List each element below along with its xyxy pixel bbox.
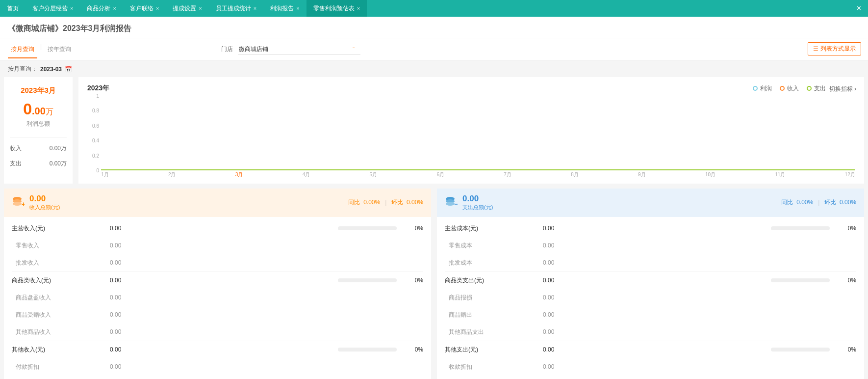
data-row-main: 其他收入(元)0.000% [12,341,423,358]
svg-point-2 [13,202,22,206]
row-percent: 0% [404,225,423,232]
data-row-sub: 其他商品收入0.00 [12,324,423,341]
row-label: 付款折扣 [12,363,110,371]
chart-legend: 利润收入支出 [753,84,826,93]
svg-text:−: − [454,200,458,208]
legend-label: 收入 [787,84,799,93]
top-tab[interactable]: 客户联络× [123,0,166,17]
y-tick: 1 [96,93,99,99]
x-tick: 3月 [235,171,243,179]
close-icon[interactable]: × [113,5,116,11]
data-row-sub: 商品赠出0.00 [445,306,856,324]
top-tab[interactable]: 商品分析× [80,0,123,17]
income-icon: + [12,195,25,211]
summary-expense-row: 支出 0.00万 [10,160,67,168]
row-value: 0.00 [110,242,169,249]
calendar-icon[interactable]: 📅 [65,66,72,73]
toggle-metric-link[interactable]: 切换指标 › [829,85,856,93]
tab-month-query[interactable]: 按月查询 [8,43,37,55]
summary-expense-label: 支出 [10,160,22,168]
legend-dot-icon [753,86,758,91]
top-tab[interactable]: 员工提成统计× [209,0,263,17]
top-tab[interactable]: 零售利润预估表× [306,0,367,17]
list-view-label: 列表方式显示 [820,45,856,53]
summary-expense-value: 0.00万 [50,160,67,168]
row-value: 0.00 [110,294,169,301]
top-tab[interactable]: 首页 [0,0,26,17]
chart-zero-line [101,169,855,170]
separator: | [40,43,42,55]
summary-month: 2023年3月 [10,86,67,95]
expense-amount-sub: 支出总额(元) [462,204,493,211]
chart-title: 2023年 [87,84,109,93]
close-icon[interactable]: × [199,5,202,11]
x-tick: 11月 [775,171,785,179]
legend-item[interactable]: 收入 [780,84,799,93]
data-row-sub: 付款折扣0.00 [12,358,423,376]
row-value: 0.00 [543,259,602,266]
row-value: 0.00 [543,363,602,370]
chevron-down-icon[interactable]: ˇ [353,47,355,53]
chart-body: 10.80.60.40.20 1月2月3月4月5月6月7月8月9月10月11月1… [87,96,855,179]
close-icon[interactable]: × [70,5,73,11]
filter-label: 按月查询： [8,65,37,73]
row-value: 0.00 [543,311,602,318]
row-label: 商品类收入(元) [12,276,110,285]
close-all-icon[interactable]: × [853,0,865,17]
row-percent: 0% [837,277,856,284]
tab-year-query[interactable]: 按年查询 [45,43,74,55]
list-view-button[interactable]: ☰ 列表方式显示 [808,42,861,55]
top-tab[interactable]: 提成设置× [166,0,208,17]
row-label: 批发成本 [445,259,543,267]
store-select[interactable]: 门店 ˇ [221,44,355,55]
row-value: 0.00 [110,277,169,284]
row-label: 其他支出(元) [445,346,543,354]
expense-amount: 0.00 [462,194,493,204]
row-value: 0.00 [543,225,602,232]
row-value: 0.00 [110,346,169,353]
legend-item[interactable]: 支出 [807,84,826,93]
data-row-main: 主营收入(元)0.000% [12,220,423,237]
x-tick: 12月 [845,171,855,179]
row-label: 批发收入 [12,259,110,267]
store-input[interactable] [238,44,360,55]
row-percent: 0% [837,346,856,353]
close-icon[interactable]: × [254,5,256,11]
list-icon: ☰ [813,46,818,53]
svg-text:+: + [22,200,25,208]
legend-dot-icon [807,86,812,91]
row-label: 商品受赠收入 [12,311,110,319]
close-icon[interactable]: × [296,5,299,11]
row-value: 0.00 [543,294,602,301]
income-mom: 环比 0.00% [391,198,423,207]
data-row-sub: 批发成本0.00 [445,254,856,271]
progress-bar [338,226,397,230]
data-row-sub: 商品报损0.00 [445,289,856,306]
close-icon[interactable]: × [357,5,360,11]
page-title: 《微商城店铺》2023年3月利润报告 [0,17,868,38]
x-tick: 9月 [638,171,646,179]
legend-dot-icon [780,86,785,91]
summary-big-int: 0 [23,100,32,118]
y-tick: 0 [96,168,99,173]
filter-line: 按月查询： 2023-03 📅 [0,61,868,77]
row-value: 0.00 [543,346,602,353]
summary-income-value: 0.00万 [50,144,67,153]
summary-big-unit: 万 [46,108,53,116]
legend-item[interactable]: 利润 [753,84,772,93]
legend-label: 利润 [760,84,772,93]
expense-panel: − 0.00 支出总额(元) 同比 0.00% | 环比 0.00% 主营成本(… [437,189,864,379]
row-label: 零售收入 [12,242,110,250]
filter-date-value[interactable]: 2023-03 [40,66,62,73]
svg-point-6 [446,202,455,206]
data-row-sub: 商品盘盈收入0.00 [12,289,423,306]
top-tab[interactable]: 客户分层经营× [26,0,80,17]
data-row-sub: 收款折扣0.00 [445,358,856,376]
row-percent: 0% [404,346,423,353]
row-value: 0.00 [543,328,602,335]
row-value: 0.00 [110,363,169,370]
close-icon[interactable]: × [156,5,159,11]
store-label: 门店 [221,45,233,54]
x-tick: 5月 [370,171,378,179]
top-tab[interactable]: 利润报告× [263,0,306,17]
